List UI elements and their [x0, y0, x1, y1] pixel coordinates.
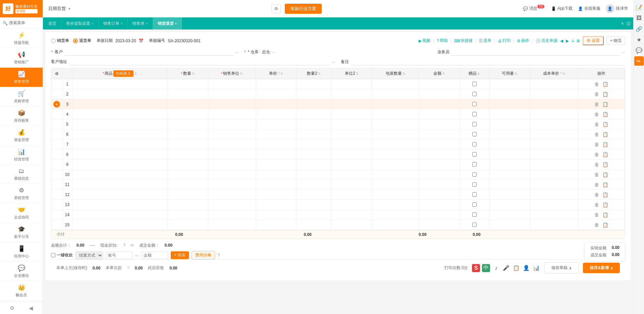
- row-cost[interactable]: [530, 210, 578, 220]
- row-unit[interactable]: [208, 139, 256, 149]
- copy-row-button[interactable]: 📋: [602, 211, 609, 218]
- gift-checkbox[interactable]: [472, 92, 477, 96]
- row-avail[interactable]: [489, 119, 530, 129]
- row-cost[interactable]: [530, 170, 578, 180]
- delete-row-button[interactable]: 🗑: [594, 201, 600, 208]
- gift-sort-icon[interactable]: ⇅: [477, 72, 480, 75]
- row-pkgqty[interactable]: [372, 139, 419, 149]
- gift-checkbox[interactable]: [472, 112, 477, 116]
- row-unit[interactable]: [208, 149, 256, 160]
- row-qty-active[interactable]: [167, 99, 208, 109]
- save-new-button[interactable]: 保存&新增 ∧: [583, 263, 620, 273]
- print-link[interactable]: 🖨 打印: [498, 38, 511, 44]
- row-amount[interactable]: [419, 89, 460, 99]
- online-service-button[interactable]: 👤 在线客服: [578, 6, 600, 11]
- sidebar-item-member[interactable]: 👑 畅会员: [0, 281, 43, 301]
- sidebar-item-system[interactable]: ⚙ 系统管理: [0, 184, 43, 203]
- th-setting[interactable]: ⚙: [51, 68, 62, 79]
- row-cost[interactable]: [530, 119, 578, 129]
- restore-tabs-button[interactable]: ⊡: [627, 21, 631, 26]
- delete-row-button[interactable]: 🗑: [594, 141, 600, 148]
- row-unit2[interactable]: [331, 200, 372, 210]
- sidebar-item-sales[interactable]: 📈 销售管理: [0, 68, 43, 87]
- delete-row-button[interactable]: 🗑: [594, 222, 600, 228]
- row-cost[interactable]: [530, 149, 578, 160]
- row-price[interactable]: [256, 180, 297, 190]
- row-unit2[interactable]: [331, 89, 372, 99]
- tool-zh-icon[interactable]: 中: [482, 264, 490, 272]
- row-pkgqty[interactable]: [372, 170, 419, 180]
- row-product-active[interactable]: [72, 99, 167, 109]
- collapse-icon[interactable]: ◀: [29, 305, 33, 311]
- row-cost[interactable]: [530, 180, 578, 190]
- row-price[interactable]: [256, 210, 297, 220]
- tool-music-icon[interactable]: ♪: [492, 264, 500, 272]
- row-avail[interactable]: [489, 180, 530, 190]
- row-amount[interactable]: [419, 190, 460, 200]
- delete-row-button[interactable]: 🗑: [594, 131, 600, 138]
- save-draft-button[interactable]: 保存草稿 ∧: [544, 262, 579, 273]
- row-unit[interactable]: [208, 200, 256, 210]
- one-click-input[interactable]: [51, 253, 55, 257]
- row-price[interactable]: [256, 129, 297, 139]
- user-menu[interactable]: 👤 徐泽华: [606, 4, 628, 13]
- copy-row-button[interactable]: 📋: [602, 191, 609, 198]
- next-record-button[interactable]: ▶: [566, 39, 569, 43]
- row-qty[interactable]: [167, 129, 208, 139]
- row-unit[interactable]: [208, 79, 256, 89]
- delete-row-button[interactable]: 🗑: [594, 171, 600, 178]
- row-price[interactable]: [256, 139, 297, 149]
- gift-checkbox[interactable]: [472, 122, 477, 126]
- add-payment-button[interactable]: + 添加: [171, 251, 189, 259]
- tab-close-sales-bill[interactable]: ×: [146, 22, 148, 25]
- copy-row-button[interactable]: 📋: [602, 81, 609, 87]
- tool-s-icon[interactable]: S: [472, 264, 480, 272]
- row-pkgqty[interactable]: [372, 200, 419, 210]
- row-amount[interactable]: [419, 210, 460, 220]
- row-product[interactable]: [72, 170, 167, 180]
- tab-sales-bill[interactable]: 销售单 ×: [128, 17, 153, 29]
- right-panel-note-icon[interactable]: 📝: [634, 3, 644, 12]
- qty2-sort-icon[interactable]: ⇅: [318, 72, 321, 75]
- row-qty2[interactable]: [297, 149, 331, 160]
- staff-input[interactable]: [451, 49, 620, 56]
- row-unit[interactable]: [208, 180, 256, 190]
- row-amount[interactable]: [419, 149, 460, 160]
- gift-checkbox[interactable]: [472, 82, 477, 86]
- row-qty2[interactable]: [297, 109, 331, 119]
- right-panel-image-icon[interactable]: 🖼: [634, 13, 644, 23]
- copy-row-button[interactable]: 📋: [602, 171, 609, 178]
- row-unit2[interactable]: [331, 210, 372, 220]
- row-unit2[interactable]: [331, 160, 372, 170]
- row-pkgqty[interactable]: [372, 149, 419, 160]
- row-avail[interactable]: [489, 139, 530, 149]
- gift-checkbox-active[interactable]: [472, 102, 477, 106]
- cost-help-icon[interactable]: ?: [560, 72, 562, 75]
- row-qty[interactable]: [167, 180, 208, 190]
- row-avail[interactable]: [489, 109, 530, 119]
- delete-row-button[interactable]: 🗑: [594, 121, 600, 128]
- tool-clip-icon[interactable]: 📋: [512, 264, 520, 272]
- row-product[interactable]: [72, 129, 167, 139]
- row-unit2[interactable]: [331, 180, 372, 190]
- row-price-active[interactable]: [256, 99, 297, 109]
- copy-row-button[interactable]: 📋: [602, 131, 609, 138]
- row-unit[interactable]: [208, 170, 256, 180]
- row-unit2[interactable]: [331, 139, 372, 149]
- radio-return-bill[interactable]: 退货单: [73, 38, 91, 44]
- row-product[interactable]: [72, 210, 167, 220]
- row-price[interactable]: [256, 109, 297, 119]
- row-amount[interactable]: [419, 109, 460, 119]
- row-pkgqty[interactable]: [372, 129, 419, 139]
- message-button[interactable]: 💬 消息 70: [523, 6, 546, 11]
- row-product[interactable]: [72, 149, 167, 160]
- copy-row-button[interactable]: 📋: [602, 111, 609, 118]
- row-unit2[interactable]: [331, 79, 372, 89]
- row-price[interactable]: [256, 190, 297, 200]
- product-sort-icon[interactable]: ⇅: [134, 72, 137, 75]
- row-unit2[interactable]: [331, 190, 372, 200]
- sidebar-item-app-center[interactable]: 📱 应用中心: [0, 242, 43, 262]
- row-price[interactable]: [256, 79, 297, 89]
- shortcut-link[interactable]: ⌨ 快捷键: [454, 38, 473, 44]
- copy-row-button[interactable]: 📋: [602, 91, 609, 98]
